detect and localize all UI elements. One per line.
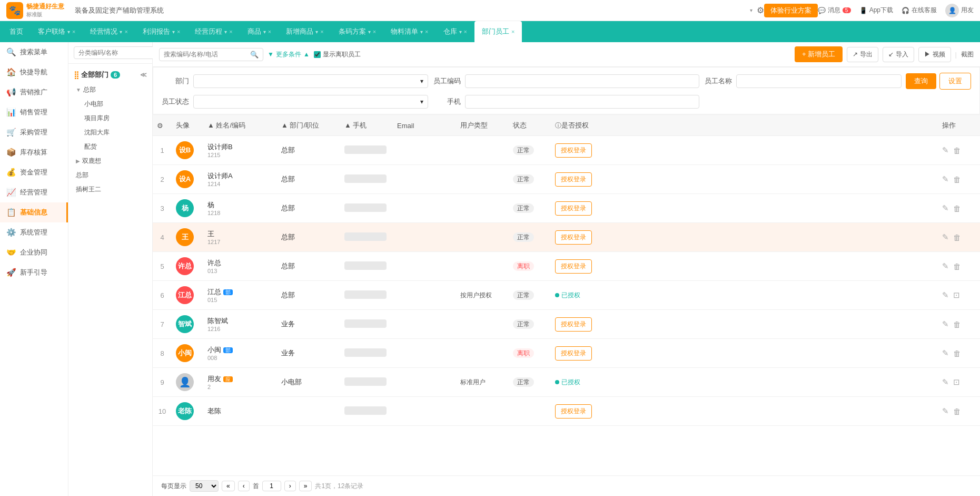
user-item[interactable]: 👤 用友 [945,4,974,17]
query-button[interactable]: 查询 [906,73,936,89]
tab-bom[interactable]: 物料清单 ▾× [383,21,435,42]
page-size-select[interactable]: 50 20 100 [190,480,219,492]
import-button[interactable]: ↙ 导入 [883,47,914,62]
phone-filter-input[interactable] [465,95,700,109]
edit-icon[interactable]: ✎ [942,203,949,213]
sidebar-item-finance[interactable]: 💰 资金管理 [0,162,68,182]
system-dropdown-arrow[interactable]: ▾ [750,7,753,13]
app-download-item[interactable]: 📱 App下载 [859,6,893,15]
dept-item-zonbu[interactable]: ▼ 总部 [68,83,152,97]
status-select-arrow: ▾ [420,98,423,105]
edit-icon[interactable]: ✎ [942,174,949,184]
sidebar-item-purchase[interactable]: 🛒 采购管理 [0,122,68,142]
delete-icon[interactable]: 🗑 [953,233,961,242]
delete-icon[interactable]: 🗑 [953,349,961,358]
search-input[interactable] [164,51,248,58]
tab-new-goods[interactable]: 新增商品 ▾× [279,21,331,42]
sidebar-item-operations[interactable]: 📈 经营管理 [0,182,68,202]
sidebar-item-collab[interactable]: 🤝 企业协同 [0,242,68,262]
empcode-filter-input[interactable] [465,74,700,88]
edit-icon[interactable]: ✎ [942,145,949,155]
export-button[interactable]: ↗ 导出 [847,47,878,62]
trial-button[interactable]: 体验行业方案 [764,4,818,17]
first-page-button[interactable]: « [222,481,235,491]
sidebar-item-search[interactable]: 🔍 搜索菜单 [0,42,68,62]
more-filter-button[interactable]: ▼ 更多条件 ▲ [268,50,310,59]
th-name[interactable]: ▲ 姓名/编码 [203,115,277,136]
copy-icon[interactable]: ⊡ [953,377,960,387]
dept-item-zonbu2[interactable]: 总部 [68,168,152,182]
tab-operations[interactable]: 经营情况 ▾× [83,21,135,42]
delete-icon[interactable]: 🗑 [953,175,961,184]
empname-filter-input[interactable] [736,74,902,88]
tab-customer[interactable]: 客户联络 ▾× [31,21,83,42]
edit-icon[interactable]: ✎ [942,232,949,242]
auth-button[interactable]: 授权登录 [555,230,592,245]
extra-label[interactable]: 截图 [961,50,974,59]
sidebar-item-basic[interactable]: 📋 基础信息 [0,202,68,222]
collapse-icon[interactable]: ≪ [140,71,147,79]
prev-page-button[interactable]: ‹ [238,481,250,491]
online-support-item[interactable]: 🎧 在线客服 [902,6,937,15]
auth-button[interactable]: 授权登录 [555,259,592,274]
delete-icon[interactable]: 🗑 [953,146,961,155]
dept-filter-select[interactable]: ▾ [193,74,428,88]
view-button[interactable]: ▶ 视频 [918,47,951,62]
delete-icon[interactable]: 🗑 [953,407,961,416]
delete-icon[interactable]: 🗑 [953,320,961,329]
new-employee-button[interactable]: + 新增员工 [795,46,843,62]
tab-warehouse[interactable]: 仓库 ▾× [436,21,474,42]
delete-icon[interactable]: 🗑 [953,262,961,271]
auth-button[interactable]: 授权登录 [555,346,592,361]
sidebar-item-guide[interactable]: 🚀 新手引导 [0,262,68,283]
last-page-button[interactable]: » [299,481,312,491]
edit-icon[interactable]: ✎ [942,261,949,271]
tab-home[interactable]: 首页 [2,21,31,42]
tab-profit[interactable]: 利润报告 ▾× [135,21,187,42]
dept-item-project[interactable]: 项目库房 [68,111,152,125]
edit-icon[interactable]: ✎ [942,348,949,358]
auth-button[interactable]: 授权登录 [555,404,592,419]
status-filter-select[interactable]: ▾ [193,95,428,109]
row-num: 9 [153,368,172,397]
tab-history[interactable]: 经营历程 ▾× [187,21,240,42]
page-input[interactable] [262,481,281,491]
dept-item-shuanglu[interactable]: ▶ 双鹿想 [68,154,152,168]
sidebar-item-marketing[interactable]: 📢 营销推广 [0,82,68,102]
sidebar-item-sales[interactable]: 📊 销售管理 [0,102,68,122]
th-settings[interactable]: ⚙ [153,115,172,136]
tab-barcode[interactable]: 条码方案 ▾× [331,21,383,42]
sidebar-item-nav[interactable]: 🏠 快捷导航 [0,62,68,82]
dept-item-shenyang[interactable]: 沈阳大库 [68,125,152,140]
auth-button[interactable]: 授权登录 [555,201,592,216]
th-dept[interactable]: ▲ 部门/职位 [277,115,340,136]
dept-item-chashuwang[interactable]: 插树王二 [68,182,152,197]
phone-cell [340,223,393,252]
set-button[interactable]: 设置 [939,73,971,90]
gear-icon[interactable]: ⚙ [757,5,764,15]
auth-button[interactable]: 授权登录 [555,317,592,332]
edit-icon[interactable]: ✎ [942,406,949,416]
dept-item-peihuo[interactable]: 配货 [68,140,152,154]
edit-icon[interactable]: ✎ [942,377,949,387]
auth-button[interactable]: 授权登录 [555,172,592,187]
show-resigned-label[interactable]: 显示离职员工 [314,50,361,59]
edit-icon[interactable]: ✎ [942,319,949,329]
sidebar-item-system[interactable]: ⚙️ 系统管理 [0,222,68,242]
search-submit-icon[interactable]: 🔍 [250,51,259,59]
copy-icon[interactable]: ⊡ [953,290,960,300]
next-page-button[interactable]: › [284,481,296,491]
edit-icon[interactable]: ✎ [942,290,949,300]
delete-icon[interactable]: 🗑 [953,204,961,213]
tab-goods[interactable]: 商品 ▾× [240,21,279,42]
dept-search-input[interactable] [74,46,162,59]
dept-all-header[interactable]: ⣿ 全部部门 6 ≪ [68,67,152,83]
th-phone[interactable]: ▲ 手机 [340,115,393,136]
auth-cell: 授权登录 [551,310,625,339]
auth-button[interactable]: 授权登录 [555,143,592,158]
show-resigned-checkbox[interactable] [314,51,321,58]
message-item[interactable]: 💬 消息 5 [818,6,851,15]
dept-item-xiaodian[interactable]: 小电部 [68,97,152,111]
tab-employees[interactable]: 部门员工 × [474,21,522,42]
sidebar-item-inventory[interactable]: 📦 库存核算 [0,142,68,162]
